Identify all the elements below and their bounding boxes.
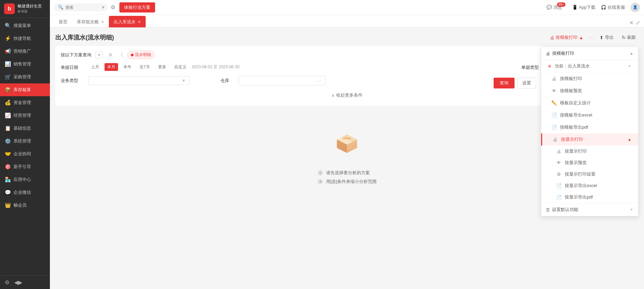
sidebar-item-label: 应用中心 (13, 177, 31, 183)
export-icon: ⬆ (599, 35, 604, 40)
template-export-pdf-label: 按模板导出pdf (560, 124, 632, 130)
sidebar-item-purchase[interactable]: 🛒 采购管理 (0, 71, 50, 83)
dropdown-template-custom[interactable]: ✏️ 模板自定义设计 (541, 97, 638, 109)
maximize-window-icon[interactable]: ⤢ (636, 20, 640, 26)
print-template-btn[interactable]: 🖨 按模板打印 ▲ (547, 33, 586, 42)
svg-rect-4 (343, 138, 351, 139)
dropdown-display-print-item[interactable]: 🖨 按显示打印 (541, 146, 638, 157)
sidebar-item-sales[interactable]: 📊 销售管理 (0, 58, 50, 71)
date-last-7-btn[interactable]: 近7天 (137, 63, 153, 71)
member-icon: 👑 (5, 202, 11, 208)
basic-icon: 📋 (5, 125, 11, 131)
settings-default-icon: ☰ (546, 207, 550, 212)
header-search-input[interactable] (65, 5, 99, 10)
refresh-btn[interactable]: ↻ 刷新 (619, 33, 639, 42)
display-export-pdf-label: 按显示导出pdf (565, 194, 593, 200)
dropdown-template-export-excel[interactable]: 📄 按模板导出excel (541, 109, 638, 121)
sidebar-item-search[interactable]: 🔍 搜索菜单 (0, 19, 50, 32)
date-last-month-btn[interactable]: 上月 (88, 63, 102, 71)
sidebar-item-label: 采购管理 (13, 74, 31, 80)
inventory-icon: 📦 (5, 87, 11, 93)
dropdown-header-chevron-icon[interactable]: ▲ (630, 51, 634, 56)
header-gear-icon[interactable]: ⚙ (111, 4, 115, 10)
warehouse-select[interactable]: ··· (238, 76, 326, 85)
app-logo: b 畅捷通好生意 标准版 (0, 0, 50, 18)
sidebar-item-basic[interactable]: 📋 基础信息 (0, 122, 50, 135)
sidebar-item-label: 营销推广 (13, 48, 31, 54)
tab-batch-account-label: 库存批次账 (77, 19, 99, 25)
filter-config-button[interactable]: ⚙ (107, 51, 114, 59)
display-print-item-icon: 🖨 (556, 149, 561, 154)
sidebar-item-marketing[interactable]: 📢 营销推广 (0, 45, 50, 58)
print-dropdown-panel: 🖨 按模板打印 ▲ ⊕ 当前：出入库流水 ▼ 🖨 按模板打印 (541, 47, 639, 216)
trial-btn[interactable]: 体验行业方案 (119, 2, 155, 12)
customer-service-btn[interactable]: 🎧 在线客服 (601, 4, 625, 10)
tab-inout-flow[interactable]: 出入库流水 ✕ (109, 16, 146, 27)
sidebar-item-system[interactable]: ⚙️ 系统管理 (0, 135, 50, 148)
date-this-month-btn[interactable]: 本月 (105, 63, 118, 71)
appstore-icon: 🏪 (5, 177, 11, 183)
business-type-select[interactable]: ▼ (88, 76, 189, 85)
dropdown-footer-chevron-icon: ▼ (630, 207, 634, 212)
dropdown-footer[interactable]: ☰ 设置默认功能 ▼ (541, 203, 638, 216)
header-actions: 💬 消息 99+ 📱 App下载 🎧 在线客服 👤 (547, 3, 640, 12)
sidebar-item-collab[interactable]: 🤝 企业协同 (0, 148, 50, 160)
dropdown-current-item[interactable]: ⊕ 当前：出入库流水 ▼ (541, 60, 638, 73)
page-title-actions: 🖨 按模板打印 ▲ ⋯ ⬆ 导出 ↻ 刷新 (547, 33, 639, 42)
dropdown-template-print[interactable]: 🖨 按模板打印 (541, 73, 638, 85)
dropdown-display-export-excel[interactable]: 📄 按显示导出excel (541, 180, 638, 191)
query-button[interactable]: 查询 (494, 78, 515, 88)
dropdown-template-export-pdf[interactable]: 📄 按模板导出pdf (541, 121, 638, 133)
collapse-sidebar-icon[interactable]: ◀▶ (14, 279, 22, 286)
user-avatar[interactable]: 👤 (631, 3, 640, 12)
display-print-section-icon: 🖨 (552, 137, 558, 142)
template-export-excel-icon: 📄 (551, 112, 557, 118)
actions-separator-dots: ⋯ (589, 34, 594, 41)
dropdown-current-icon: ⊕ (548, 64, 551, 69)
settings-icon[interactable]: ⚙ (5, 279, 9, 286)
date-this-year-btn[interactable]: 本年 (121, 63, 134, 71)
tab-batch-account[interactable]: 库存批次账 ✕ (72, 16, 109, 27)
display-print-item-label: 按显示打印 (565, 148, 587, 154)
sidebar-footer: ⚙ ◀▶ (0, 275, 50, 289)
setup-button[interactable]: 设置 (517, 78, 536, 88)
filter-active-tag[interactable]: 流水明细 (127, 51, 155, 59)
tab-home[interactable]: 首页 (54, 16, 72, 27)
dropdown-template-preview[interactable]: 👁 按模板预览 (541, 85, 638, 97)
warehouse-label: 仓库 (221, 78, 234, 84)
dropdown-display-preview[interactable]: 👁 按显示预览 (541, 157, 638, 168)
tab-inout-flow-close-icon[interactable]: ✕ (138, 20, 141, 24)
sidebar-item-quick-nav[interactable]: ⚡ 快捷导航 (0, 32, 50, 45)
sidebar-item-member[interactable]: 👑 畅会员 (0, 199, 50, 212)
sidebar-item-finance[interactable]: 💰 资金管理 (0, 96, 50, 109)
tab-batch-account-close-icon[interactable]: ✕ (101, 20, 104, 24)
export-btn[interactable]: ⬆ 导出 (597, 33, 616, 42)
print-chevron-icon: ▲ (579, 35, 583, 40)
dropdown-current-chevron-icon: ▼ (627, 64, 632, 69)
filter-collapse-btn[interactable]: 《 (118, 52, 123, 58)
sidebar-item-guide[interactable]: 🎯 新手引导 (0, 160, 50, 173)
date-more-btn[interactable]: 更多 (155, 63, 169, 71)
dropdown-display-print-settings[interactable]: ⚙ 按显示打印设置 (541, 168, 638, 180)
main-area: 🔍 ▼ ⚙ 体验行业方案 💬 消息 99+ 📱 App下载 🎧 (50, 0, 644, 289)
dropdown-display-export-pdf[interactable]: 📄 按显示导出pdf (541, 191, 638, 203)
dropdown-display-print-section[interactable]: 🖨 按显示打印 ▲ (541, 133, 638, 146)
filter-add-button[interactable]: + (95, 51, 103, 59)
template-preview-icon: 👁 (551, 88, 557, 94)
close-window-icon[interactable]: ✕ (629, 20, 634, 26)
sidebar-item-operations[interactable]: 📈 经营管理 (0, 109, 50, 122)
sidebar-item-inventory[interactable]: 📦 库存核算 (0, 83, 50, 96)
dropdown-header-title: 🖨 按模板打印 (546, 50, 574, 56)
app-download-btn[interactable]: 📱 App下载 (572, 4, 595, 10)
header-search-box[interactable]: 🔍 ▼ (54, 3, 108, 11)
guide-icon: 🎯 (5, 164, 11, 170)
sidebar-item-appstore[interactable]: 🏪 应用中心 (0, 173, 50, 186)
search-icon: 🔍 (58, 5, 63, 10)
template-print-label: 按模板打印 (560, 76, 632, 82)
date-custom-btn[interactable]: 自定义 (172, 63, 189, 71)
messages-btn[interactable]: 💬 消息 99+ (547, 4, 562, 10)
sidebar-item-wechat[interactable]: 💬 企业微信 (0, 186, 50, 199)
voucher-type-label: 单据类型 (521, 64, 541, 71)
customer-service-label: 在线客服 (608, 4, 625, 10)
template-print-icon: 🖨 (551, 76, 557, 81)
